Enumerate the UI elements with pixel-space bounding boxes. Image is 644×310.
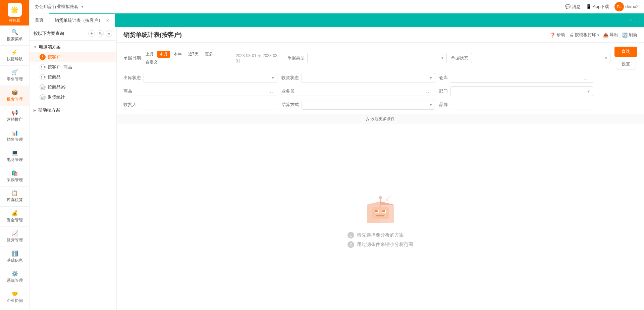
sidebar-item-coop[interactable]: 🤝 企业协同: [0, 287, 29, 307]
scheme-panel-actions: + ✎ «: [88, 30, 112, 37]
print-dropdown-icon: ▾: [597, 33, 599, 37]
scheme-item-by-customer[interactable]: 人 按客户: [30, 52, 116, 62]
sidebar-item-retail[interactable]: 🛒 零售管理: [0, 66, 29, 86]
goods-more-button[interactable]: …: [265, 88, 276, 94]
content-panel: 销货单统计表(按客户) ❓ 帮助 🖨 按模板打印 ▾ 📤: [117, 27, 644, 310]
scheme-item-customer-product-label: 按客户+商品: [48, 64, 72, 70]
tab-home[interactable]: 首页: [30, 13, 49, 27]
svg-marker-1: [367, 201, 380, 205]
doc-status-label: 单据状态: [451, 55, 468, 61]
scheme-group-desktop-header[interactable]: ▼ 电脑端方案: [30, 42, 116, 52]
scheme-item-returns[interactable]: 📊 退货统计: [30, 92, 116, 102]
doc-status-select[interactable]: [471, 53, 610, 63]
sidebar-item-sales[interactable]: 📊 销售管理: [0, 126, 29, 146]
export-link[interactable]: 📤 导出: [603, 32, 618, 38]
help-link[interactable]: ❓ 帮助: [550, 32, 565, 38]
date-options: 上月 本月 本年 近7天 更多 自定义: [143, 51, 234, 66]
sidebar-item-system[interactable]: ⚙️ 系统管理: [0, 267, 29, 287]
brand-more-button[interactable]: …: [581, 102, 592, 108]
sidebar-item-shortcut[interactable]: ⚡ 快捷导航: [0, 46, 29, 66]
svg-point-12: [386, 198, 388, 201]
settlement-group: 结算方式: [281, 100, 435, 110]
sidebar-item-basic[interactable]: ℹ️ 基础信息: [0, 247, 29, 267]
content-header: 销货单统计表(按客户) ❓ 帮助 🖨 按模板打印 ▾ 📤: [117, 27, 644, 43]
sidebar-item-finance[interactable]: 💰 资金管理: [0, 207, 29, 227]
user-profile[interactable]: Ea demo2: [614, 2, 639, 11]
sidebar-item-wholesale[interactable]: 📦 批发管理: [0, 86, 29, 106]
top-header: 办公用品行业模拟账套 ▾ 💬 消息 📱 App下载 Ea demo2: [30, 0, 644, 13]
close-window-icon[interactable]: ✕: [629, 17, 633, 23]
sidebar-item-search[interactable]: 🔍 搜索菜单: [0, 25, 29, 46]
scheme-item-by-customer-label: 按客户: [48, 54, 61, 60]
salesperson-more-button[interactable]: …: [423, 88, 434, 94]
scheme-item-returns-label: 退货统计: [48, 94, 65, 100]
mobile-group-expand-icon: ▶: [34, 108, 36, 112]
salesperson-group: 业务员 …: [281, 87, 435, 96]
edit-scheme-button[interactable]: ✎: [97, 30, 104, 37]
svg-rect-7: [375, 210, 378, 212]
print-link[interactable]: 🖨 按模板打印 ▾: [569, 32, 599, 38]
title-action-row: 销货单统计表(按客户) ❓ 帮助 🖨 按模板打印 ▾ 📤: [123, 31, 637, 39]
sidebar-item-purchase[interactable]: 🛍️ 采购管理: [0, 166, 29, 187]
sidebar-logo: 🌟 标账版: [0, 0, 29, 25]
message-button[interactable]: 💬 消息: [565, 4, 581, 10]
inventory-icon: 📋: [11, 190, 18, 196]
receipt-status-select[interactable]: [302, 73, 435, 83]
svg-rect-8: [382, 210, 385, 212]
operation-icon: 📈: [11, 230, 18, 237]
sidebar-item-inventory[interactable]: 📋 库存核算: [0, 187, 29, 207]
sales-icon: 📊: [11, 130, 18, 136]
svg-point-13: [388, 196, 390, 198]
scheme-item-customer-product[interactable]: 🏷 按客户+商品: [30, 62, 116, 72]
header-right: 💬 消息 📱 App下载 Ea demo2: [565, 2, 639, 11]
date-btn-more[interactable]: 更多: [202, 51, 216, 58]
tab-close-icon[interactable]: ✕: [106, 18, 109, 23]
logo-icon: 🌟: [8, 3, 22, 17]
empty-hints: 1 请先选择要分析的方案 2 用过滤条件来缩小分析范围: [347, 232, 413, 248]
empty-hint-2: 2 用过滤条件来缩小分析范围: [347, 241, 413, 248]
logo-text: 标账版: [9, 18, 20, 23]
sidebar-item-ecommerce[interactable]: 💻 电商管理: [0, 146, 29, 166]
sidebar-item-operation[interactable]: 📈 经营管理: [0, 227, 29, 247]
query-button[interactable]: 查询: [614, 47, 637, 57]
scheme-item-by-product[interactable]: 🏷 按商品: [30, 72, 116, 82]
doc-status-group: 单据状态: [451, 53, 610, 63]
receiver-more-button[interactable]: …: [265, 102, 276, 108]
date-btn-last-month[interactable]: 上月: [143, 51, 156, 58]
date-btn-this-month[interactable]: 本月: [157, 51, 170, 58]
settings-button[interactable]: 设置: [616, 59, 636, 69]
maximize-window-icon[interactable]: ⛶: [635, 17, 640, 23]
scheme-group-mobile-header[interactable]: ▶ 移动端方案: [30, 105, 116, 115]
app-download-icon: 📱: [586, 4, 591, 9]
tab-sales-stat[interactable]: 销货单统计表（按客户） ✕: [49, 13, 115, 27]
collapse-icon: ⋀: [366, 117, 369, 121]
header-left: 办公用品行业模拟账套 ▾: [35, 4, 84, 10]
sidebar-item-newbie[interactable]: 🎯 新手引导: [0, 307, 29, 310]
collapse-scheme-button[interactable]: «: [106, 30, 112, 37]
app-download-label: App下载: [593, 4, 609, 10]
add-scheme-button[interactable]: +: [88, 30, 95, 37]
date-label: 单据日期: [123, 55, 141, 61]
home-tab-label: 首页: [35, 17, 44, 23]
receiver-group: 收货人 …: [123, 100, 277, 109]
hint-num-2: 2: [347, 241, 354, 248]
settlement-select[interactable]: [302, 100, 435, 110]
date-btn-last7[interactable]: 近7天: [185, 51, 201, 58]
date-btn-custom[interactable]: 自定义: [143, 59, 160, 66]
out-status-select[interactable]: [144, 73, 277, 83]
warehouse-more-button[interactable]: …: [581, 75, 592, 81]
refresh-link[interactable]: 🔄 刷新: [622, 32, 637, 38]
sidebar-item-marketing[interactable]: 📢 营销推广: [0, 106, 29, 126]
hint-num-1: 1: [347, 232, 354, 239]
collapse-bar[interactable]: ⋀ 收起更多条件: [117, 114, 644, 124]
doc-type-select[interactable]: [307, 53, 447, 63]
main-area: 办公用品行业模拟账套 ▾ 💬 消息 📱 App下载 Ea demo2 首页: [30, 0, 644, 310]
goods-group: 商品 …: [123, 87, 277, 96]
department-select[interactable]: [450, 86, 593, 96]
date-btn-this-year[interactable]: 本年: [171, 51, 184, 58]
scheme-item-by-product99[interactable]: 📊 按商品99: [30, 82, 116, 92]
sales-stat-tab-label: 销货单统计表（按客户）: [55, 17, 103, 23]
app-download-button[interactable]: 📱 App下载: [586, 4, 609, 10]
brand-label: 品牌: [439, 102, 448, 108]
scheme-group-mobile: ▶ 移动端方案: [30, 104, 116, 116]
